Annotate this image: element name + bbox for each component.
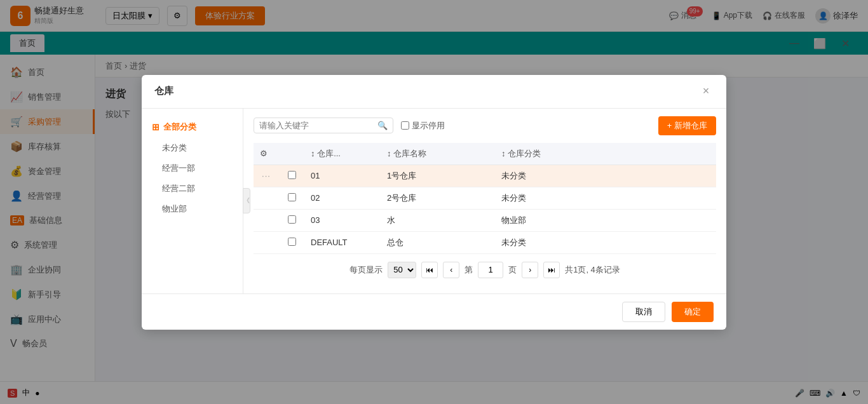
confirm-button[interactable]: 确定	[672, 302, 714, 322]
col-header-category[interactable]: ↕ 仓库分类	[495, 143, 716, 165]
next-page-button[interactable]: ›	[522, 262, 538, 278]
table-toolbar: 🔍 显示停用 + 新增仓库	[254, 116, 716, 135]
page-size-select[interactable]: 50	[388, 262, 416, 278]
row-actions-dots[interactable]: ···	[262, 171, 271, 180]
settings-icon: ⚙	[260, 149, 268, 158]
cat-ops2[interactable]: 经营二部	[142, 178, 243, 199]
warehouse-modal: 仓库 × ⊞ 全部分类 未分类 经营一部 经营二部 物业部 《	[142, 75, 726, 330]
col-header-code[interactable]: ↕ 仓库...	[304, 143, 381, 165]
table-row[interactable]: 03 水 物业部	[254, 209, 716, 231]
table-wrapper: ⚙ ↕ 仓库... ↕ 仓库名称	[254, 143, 716, 254]
cat-all[interactable]: ⊞ 全部分类	[142, 116, 243, 138]
category-collapse-button[interactable]: 《	[243, 188, 250, 213]
col-header-check	[279, 143, 304, 165]
row-check-cell[interactable]	[279, 165, 304, 187]
modal-body: ⊞ 全部分类 未分类 经营一部 经营二部 物业部 《 �	[142, 109, 726, 293]
row-code-cell: 03	[304, 209, 381, 231]
row-code-cell: 02	[304, 187, 381, 209]
table-area: 🔍 显示停用 + 新增仓库	[243, 109, 726, 293]
row-code-cell: 01	[304, 165, 381, 187]
row-settings-cell[interactable]	[254, 231, 279, 253]
row-name-cell: 1号仓库	[381, 165, 495, 187]
row-settings-cell[interactable]	[254, 209, 279, 231]
table-body: ··· 01 1号仓库 未分类 02 2号仓库 未分类	[254, 165, 716, 253]
cancel-button[interactable]: 取消	[622, 302, 665, 322]
cat-unclassified[interactable]: 未分类	[142, 138, 243, 158]
sort-icon-cat: ↕	[501, 149, 506, 158]
cat-ops1[interactable]: 经营一部	[142, 158, 243, 178]
row-checkbox[interactable]	[288, 215, 296, 224]
row-name-cell: 水	[381, 209, 495, 231]
warehouse-table: ⚙ ↕ 仓库... ↕ 仓库名称	[254, 143, 716, 254]
search-icon[interactable]: 🔍	[377, 121, 388, 130]
table-row[interactable]: DEFAULT 总仓 未分类	[254, 231, 716, 253]
row-settings-cell[interactable]	[254, 187, 279, 209]
page-number-input[interactable]	[478, 262, 503, 278]
row-category-cell: 未分类	[495, 231, 716, 253]
modal-title: 仓库	[154, 85, 173, 97]
show-disabled-checkbox[interactable]: 显示停用	[401, 120, 445, 131]
row-checkbox[interactable]	[288, 193, 296, 201]
row-settings-cell[interactable]: ···	[254, 165, 279, 187]
sort-icon-name: ↕	[387, 149, 391, 158]
modal-overlay: 仓库 × ⊞ 全部分类 未分类 经营一部 经营二部 物业部 《	[0, 0, 868, 404]
row-check-cell[interactable]	[279, 209, 304, 231]
search-box[interactable]: 🔍	[254, 118, 393, 133]
row-name-cell: 2号仓库	[381, 187, 495, 209]
col-header-setting[interactable]: ⚙	[254, 143, 279, 165]
row-category-cell: 物业部	[495, 209, 716, 231]
modal-header: 仓库 ×	[142, 75, 726, 109]
col-header-name[interactable]: ↕ 仓库名称	[381, 143, 495, 165]
modal-footer: 取消 确定	[142, 293, 726, 330]
pagination: 每页显示 50 ⏮ ‹ 第 页 › ⏭ 共1页, 4条记录	[254, 254, 716, 286]
table-row[interactable]: ··· 01 1号仓库 未分类	[254, 165, 716, 187]
grid-icon: ⊞	[152, 122, 159, 132]
cat-property[interactable]: 物业部	[142, 199, 243, 219]
row-category-cell: 未分类	[495, 187, 716, 209]
last-page-button[interactable]: ⏭	[543, 262, 560, 278]
add-warehouse-button[interactable]: + 新增仓库	[658, 116, 716, 135]
row-checkbox[interactable]	[288, 238, 296, 246]
search-input[interactable]	[259, 121, 375, 130]
row-name-cell: 总仓	[381, 231, 495, 253]
row-check-cell[interactable]	[279, 231, 304, 253]
row-code-cell: DEFAULT	[304, 231, 381, 253]
prev-page-button[interactable]: ‹	[443, 262, 459, 278]
row-checkbox[interactable]	[288, 171, 296, 179]
first-page-button[interactable]: ⏮	[421, 262, 438, 278]
table-row[interactable]: 02 2号仓库 未分类	[254, 187, 716, 209]
show-disabled-check[interactable]	[401, 121, 409, 130]
row-check-cell[interactable]	[279, 187, 304, 209]
sort-icon: ↕	[311, 149, 315, 158]
modal-close-button[interactable]: ×	[698, 84, 714, 99]
row-category-cell: 未分类	[495, 165, 716, 187]
category-sidebar: ⊞ 全部分类 未分类 经营一部 经营二部 物业部 《	[142, 109, 243, 293]
